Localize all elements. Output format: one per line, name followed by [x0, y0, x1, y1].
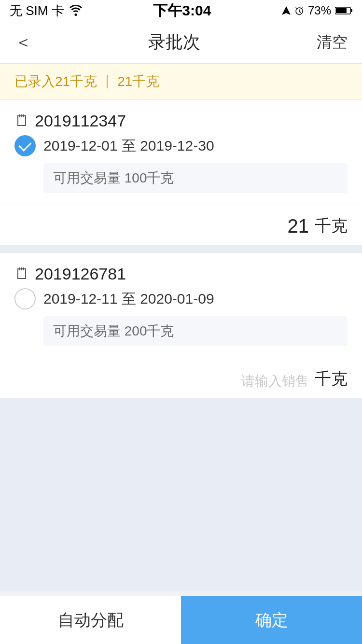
batch-card-2: 🗒 2019126781 2019-12-11 至 2020-01-09 可用交… [0, 253, 362, 398]
back-button[interactable]: ＜ [14, 30, 32, 54]
status-indicators: 73% [282, 4, 352, 17]
batch-2-input-row: 千克 [0, 358, 362, 398]
empty-area [0, 398, 362, 591]
wifi-icon [69, 5, 83, 16]
nav-bar: ＜ 录批次 清空 [0, 21, 362, 64]
batch-1-qty-input[interactable] [241, 215, 309, 237]
confirm-button[interactable]: 确定 [181, 596, 362, 644]
batch-2-id: 2019126781 [35, 265, 126, 283]
batch-1-id: 2019112347 [35, 112, 126, 130]
batch-1-radio[interactable] [14, 135, 36, 156]
batch-2-unit: 千克 [315, 368, 348, 390]
status-carrier: 无 SIM 卡 [10, 2, 83, 19]
recorded-qty-label: 已录入21千克 [14, 72, 97, 91]
batch-2-radio[interactable] [14, 288, 36, 309]
status-bar: 无 SIM 卡 下午3:04 73% [0, 0, 362, 21]
clear-button[interactable]: 清空 [317, 32, 348, 53]
batch-1-unit: 千克 [315, 215, 348, 237]
batch-2-id-row: 🗒 2019126781 [14, 265, 348, 283]
batch-2-qty-input[interactable] [241, 368, 309, 390]
batch-card-1: 🗒 2019112347 2019-12-01 至 2019-12-30 可用交… [0, 100, 362, 245]
svg-rect-3 [336, 8, 347, 13]
batch-1-input-row: 千克 [0, 205, 362, 245]
info-divider [107, 75, 108, 88]
batch-1-id-row: 🗒 2019112347 [14, 112, 348, 130]
batch-2-date-row[interactable]: 2019-12-11 至 2020-01-09 [14, 288, 348, 309]
info-banner: 已录入21千克 21千克 [0, 64, 362, 100]
section-separator-1 [0, 245, 362, 253]
alarm-icon [294, 6, 304, 15]
auto-distribute-button[interactable]: 自动分配 [0, 596, 181, 644]
batch-2-date: 2019-12-11 至 2020-01-09 [43, 289, 214, 309]
battery-icon [335, 6, 352, 15]
batch-1-date-row[interactable]: 2019-12-01 至 2019-12-30 [14, 135, 348, 156]
total-qty-label: 21千克 [117, 72, 159, 91]
status-time: 下午3:04 [153, 1, 211, 21]
location-icon [282, 6, 291, 15]
svg-rect-2 [351, 9, 352, 12]
batch-1-doc-icon: 🗒 [14, 112, 30, 130]
carrier-text: 无 SIM 卡 [10, 2, 64, 19]
batch-1-inner: 🗒 2019112347 2019-12-01 至 2019-12-30 可用交… [0, 100, 362, 205]
batch-1-date: 2019-12-01 至 2019-12-30 [43, 136, 214, 156]
bottom-bar: 自动分配 确定 [0, 596, 362, 644]
batch-2-inner: 🗒 2019126781 2019-12-11 至 2020-01-09 可用交… [0, 253, 362, 358]
page-content: 已录入21千克 21千克 🗒 2019112347 2019-12-01 至 2… [0, 64, 362, 640]
batch-1-available: 可用交易量 100千克 [43, 163, 348, 193]
batch-2-available: 可用交易量 200千克 [43, 316, 348, 346]
battery-text: 73% [308, 4, 331, 17]
batch-2-doc-icon: 🗒 [14, 265, 30, 283]
page-title: 录批次 [148, 30, 200, 54]
